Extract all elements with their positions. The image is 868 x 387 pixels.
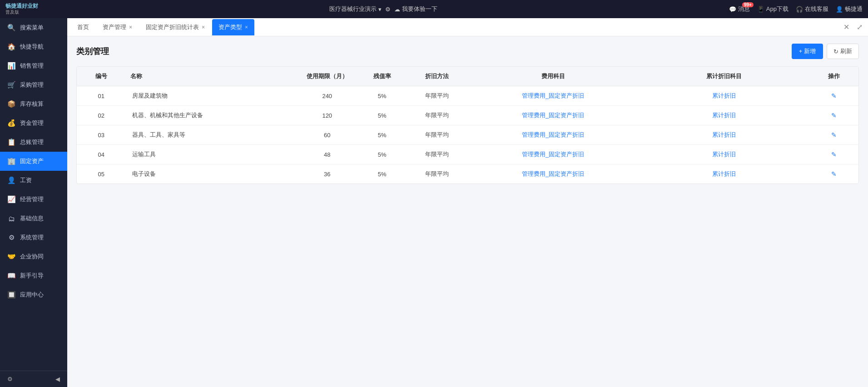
sidebar-item-purchase[interactable]: 🛒 采购管理 [0,75,67,94]
refresh-button[interactable]: ↻ 刷新 [827,44,859,59]
tab-expand-button[interactable]: ⤢ [855,21,864,33]
tab-home[interactable]: 首页 [71,19,95,35]
cell-period: 240 [297,86,357,106]
cell-action: ✎ [809,145,858,164]
edit-button[interactable]: ✎ [831,151,837,158]
sidebar-item-ledger[interactable]: 📋 总账管理 [0,133,67,152]
expense-account-link[interactable]: 管理费用_固定资产折旧 [522,170,584,177]
accum-account-link[interactable]: 累计折旧 [712,112,736,119]
sidebar-item-funds[interactable]: 💰 资金管理 [0,114,67,133]
sidebar-item-label: 资金管理 [20,119,44,127]
cell-period: 48 [297,145,357,164]
accum-account-link[interactable]: 累计折旧 [712,131,736,138]
col-header-expense: 费用科目 [468,67,639,86]
sidebar-item-label: 系统管理 [20,233,44,242]
sidebar-item-app-center[interactable]: 🔲 应用中心 [0,285,67,304]
sidebar-bottom: ⚙ ◀ [0,371,67,387]
sidebar-item-label: 销售管理 [20,62,44,70]
sidebar-collapse-icon[interactable]: ◀ [55,376,60,382]
cell-code: 04 [77,145,126,164]
chart-icon: 📊 [7,62,15,70]
top-bar-left: 畅捷通好业财 普及版 [5,3,38,15]
cell-name: 电子设备 [126,164,297,184]
sidebar-settings-icon[interactable]: ⚙ [7,376,13,382]
sidebar-item-guide[interactable]: 📖 新手引导 [0,266,67,285]
sidebar-item-basic-info[interactable]: 🗂 基础信息 [0,209,67,228]
cell-action: ✎ [809,86,858,106]
sidebar-item-label: 快捷导航 [20,43,44,51]
sidebar-item-fixed-assets[interactable]: 🏢 固定资产 [0,152,67,171]
edit-button[interactable]: ✎ [831,112,837,119]
new-button[interactable]: + 新增 [792,44,823,59]
table-row: 03 器具、工具、家具等 60 5% 年限平均 管理费用_固定资产折旧 累计折旧… [77,125,858,145]
sidebar: 🔍 搜索菜单 🏠 快捷导航 📊 销售管理 🛒 采购管理 📦 库存核算 💰 资金管… [0,18,67,387]
edit-button[interactable]: ✎ [831,131,837,139]
sidebar-item-cooperation[interactable]: 🤝 企业协同 [0,247,67,266]
app-logo: 畅捷通好业财 普及版 [5,3,38,15]
cell-expense: 管理费用_固定资产折旧 [468,106,639,125]
table-row: 01 房屋及建筑物 240 5% 年限平均 管理费用_固定资产折旧 累计折旧 ✎ [77,86,858,106]
top-bar: 畅捷通好业财 普及版 医疗器械行业演示 ▾ ⚙ ☁ 我要体验一下 💬 消息 99… [0,0,868,18]
user-menu[interactable]: 👤 畅捷通 [836,5,863,13]
grid-icon: 🔲 [7,291,15,299]
experience-button[interactable]: ☁ 我要体验一下 [394,5,437,13]
handshake-icon: 🤝 [7,253,15,261]
sidebar-item-operations[interactable]: 📈 经营管理 [0,190,67,209]
settings-icon[interactable]: ⚙ [385,6,391,13]
online-service-button[interactable]: 🎧 在线客服 [796,5,828,13]
col-header-period: 使用期限（月） [297,67,357,86]
tab-close-asset-mgmt[interactable]: × [129,24,132,30]
sidebar-item-search[interactable]: 🔍 搜索菜单 [0,18,67,37]
expense-account-link[interactable]: 管理费用_固定资产折旧 [522,92,584,99]
cell-method: 年限平均 [407,106,467,125]
sidebar-item-inventory[interactable]: 📦 库存核算 [0,94,67,114]
sidebar-item-label: 采购管理 [20,81,44,89]
building-icon: 🏢 [7,157,15,165]
asset-type-table: 编号 名称 使用期限（月） 残值率 折旧方法 费用科目 累计折旧科目 操作 01… [77,67,858,184]
accum-account-link[interactable]: 累计折旧 [712,170,736,177]
cell-code: 05 [77,164,126,184]
col-header-code: 编号 [77,67,126,86]
page-header: 类别管理 + 新增 ↻ 刷新 [76,44,859,59]
expense-account-link[interactable]: 管理费用_固定资产折旧 [522,151,584,158]
search-icon: 🔍 [7,24,15,32]
cell-name: 器具、工具、家具等 [126,125,297,145]
refresh-icon: ↻ [833,48,838,55]
sidebar-item-quick-nav[interactable]: 🏠 快捷导航 [0,37,67,56]
page-actions: + 新增 ↻ 刷新 [792,44,859,59]
accum-account-link[interactable]: 累计折旧 [712,92,736,99]
tab-asset-mgmt[interactable]: 资产管理 × [96,19,139,35]
app-download-button[interactable]: 📱 App下载 [757,5,789,13]
top-bar-right: 💬 消息 99+ 📱 App下载 🎧 在线客服 👤 畅捷通 [729,5,863,13]
cell-action: ✎ [809,125,858,145]
sidebar-item-sales[interactable]: 📊 销售管理 [0,56,67,75]
expense-account-link[interactable]: 管理费用_固定资产折旧 [522,112,584,119]
expense-account-link[interactable]: 管理费用_固定资产折旧 [522,131,584,138]
tab-close-asset-type[interactable]: × [245,24,248,30]
tab-close-depreciation[interactable]: × [202,24,205,30]
tab-close-button[interactable]: ✕ [842,21,851,33]
tab-depreciation-table[interactable]: 固定资产折旧统计表 × [139,19,211,35]
cell-period: 36 [297,164,357,184]
cell-code: 02 [77,106,126,125]
cloud-icon: ☁ [394,6,400,13]
edit-button[interactable]: ✎ [831,92,837,99]
cell-expense: 管理费用_固定资产折旧 [468,164,639,184]
company-selector[interactable]: 医疗器械行业演示 ▾ [329,5,382,13]
table-body: 01 房屋及建筑物 240 5% 年限平均 管理费用_固定资产折旧 累计折旧 ✎… [77,86,858,184]
book-icon: 📖 [7,272,15,280]
edit-button[interactable]: ✎ [831,170,837,178]
tab-label: 资产管理 [103,23,126,31]
ledger-icon: 📋 [7,138,15,146]
sidebar-item-label: 企业协同 [20,253,44,261]
tab-asset-type[interactable]: 资产类型 × [212,19,254,35]
sidebar-item-label: 库存核算 [20,100,44,108]
sidebar-item-system[interactable]: ⚙ 系统管理 [0,228,67,247]
folder-icon: 🗂 [7,215,15,223]
main-layout: 🔍 搜索菜单 🏠 快捷导航 📊 销售管理 🛒 采购管理 📦 库存核算 💰 资金管… [0,18,868,387]
accum-account-link[interactable]: 累计折旧 [712,151,736,158]
cell-accum: 累计折旧 [639,106,809,125]
cell-action: ✎ [809,106,858,125]
message-button[interactable]: 💬 消息 99+ [729,5,750,13]
sidebar-item-payroll[interactable]: 👤 工资 [0,171,67,190]
